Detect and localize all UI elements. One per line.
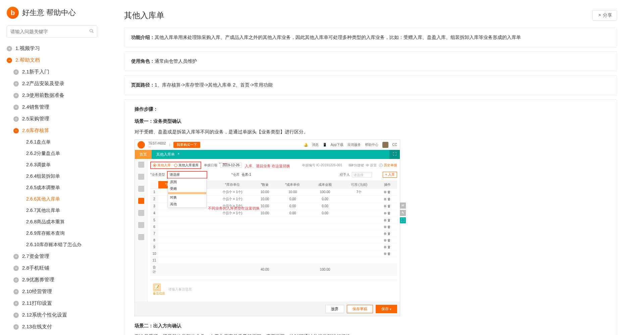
nav-item-2-8[interactable]: 2.8手机旺铺 — [7, 262, 97, 274]
role-text: 通常由仓管人员维护 — [155, 58, 197, 64]
role-box: 使用角色：通常由仓管人员维护 — [124, 51, 617, 71]
table-row: 9⊕ 🗑 — [150, 243, 397, 250]
nav-item-2-6-5[interactable]: 2.6.5成本调整单 — [7, 182, 97, 193]
ss-annotation-2: 不同业务的入库类型在这里切换 — [208, 206, 260, 211]
ss-dropdown: 请选择 原因 受赠 对换 其他 — [167, 171, 207, 179]
table-row: 5⊕ 🗑 — [150, 217, 397, 223]
ss-discard-button: 放弃 — [325, 305, 344, 313]
nav-label: 2.9优惠券管理 — [22, 277, 54, 283]
nav-item-2-11[interactable]: 2.11打印设置 — [7, 297, 97, 309]
nav-item-2-2[interactable]: 2.2产品安装及登录 — [7, 78, 97, 90]
nav-item-2-3[interactable]: 2.3使用前数据准备 — [7, 90, 97, 101]
search-input[interactable] — [7, 25, 97, 38]
table-row: 11 — [150, 257, 397, 264]
nav-label: 2.6.2分量盘点单 — [26, 151, 60, 157]
nav-item-2-7[interactable]: 2.7资金管理 — [7, 250, 97, 262]
plus-icon — [13, 266, 19, 271]
nav-label: 2.6.8商品成本重算 — [26, 219, 65, 225]
nav-item-2-1[interactable]: 2.1新手入门 — [7, 66, 97, 78]
nav-item-2-6-8[interactable]: 2.6.8商品成本重算 — [7, 216, 97, 228]
table-row: 4个(1个 = 1个)10.000.000.00⊕ 🗑 — [150, 210, 397, 217]
plus-icon — [13, 116, 19, 122]
ss-tool-icon: ⛶ — [400, 217, 406, 223]
ss-radio-in: 其他入库 — [153, 163, 171, 168]
nav-label: 1.视频学习 — [15, 45, 40, 52]
logo-icon: b — [7, 7, 19, 19]
th-amount: 成本金额 — [310, 181, 341, 188]
nav-label: 2.4销售管理 — [22, 104, 49, 110]
intro-text: 其他入库单用来处理除采购入库、产成品入库之外的其他入库业务，因此其他入库单可处理… — [155, 35, 521, 40]
nav-item-2-4[interactable]: 2.4销售管理 — [7, 101, 97, 113]
nav-label: 2.7资金管理 — [22, 253, 49, 260]
th-price: *成本单价 — [276, 181, 310, 188]
ss-content: 其他入库 其他入库退库 ←— 单据日期 2019-12-26 入库、退回业务 在… — [148, 159, 400, 302]
nav-item-video[interactable]: 1.视频学习 — [7, 43, 97, 54]
ss-leftbar — [135, 159, 148, 302]
ss-company: TEST-H002 — — [148, 142, 166, 148]
nav-item-2-6-10[interactable]: 2.6.10库存账本错了怎么办 — [7, 239, 97, 250]
nav-item-2-6-1[interactable]: 2.6.1盘点单 — [7, 136, 97, 148]
ss-annotation-1: 入库、退回业务 在这里切换 — [245, 164, 290, 169]
th-avail: 可用 (当前) — [340, 181, 377, 188]
red-arrow-icon: ←— — [218, 160, 227, 166]
table-total-row: 合计40.00100.00 — [150, 264, 397, 275]
nav-item-2-14[interactable]: 2.14常见问题 — [7, 333, 97, 335]
ss-avatar-icon — [382, 142, 388, 148]
nav-item-2-9[interactable]: 2.9优惠券管理 — [7, 274, 97, 286]
ss-tab-doc: 其他入库单× — [152, 150, 181, 159]
intro-box: 功能介绍：其他入库单用来处理除采购入库、产成品入库之外的其他入库业务，因此其他入… — [124, 27, 617, 47]
table-row: 10⊕ 🗑 — [150, 250, 397, 257]
ss-left-icon — [138, 210, 144, 216]
steps-header: 操作步骤： — [135, 106, 607, 112]
nav-item-2-6-7[interactable]: 2.6.7其他出库单 — [7, 205, 97, 216]
title-row: 其他入库单 分享 — [124, 10, 617, 21]
nav-item-2-10[interactable]: 2.10经营管理 — [7, 286, 97, 297]
nav-item-2-6-4[interactable]: 2.6.4组装拆卸单 — [7, 171, 97, 182]
scene2-title: 场景二：出入方向确认 — [135, 323, 607, 329]
ss-tab-close-icon: × — [177, 152, 179, 156]
intro-label: 功能介绍： — [131, 35, 155, 40]
nav-item-2-6[interactable]: 2.6库存核算 — [7, 125, 97, 136]
search-wrapper — [7, 25, 97, 38]
embedded-screenshot: TEST-H002 — | 我要购买一下 🔔消息 📱App下载 应用服务 帮助中… — [135, 139, 400, 316]
nav-label: 2.5采购管理 — [22, 116, 49, 122]
ss-person-label: 经手人 — [340, 172, 350, 177]
ss-filter-row: *业务类型 请选择 原因 受赠 对换 其他 — [150, 171, 397, 179]
nav-item-2-6-3[interactable]: 2.6.3调拨单 — [7, 159, 97, 171]
share-button[interactable]: 分享 — [592, 10, 617, 21]
share-label: 分享 — [603, 12, 612, 18]
ss-app-icon: 📱 — [323, 143, 327, 147]
ss-draft-button: 保存草稿 — [347, 305, 373, 313]
logo-text: 好生意 帮助中心 — [22, 8, 76, 18]
nav-item-2-5[interactable]: 2.5采购管理 — [7, 113, 97, 125]
ss-company-name: TEST-H002 — [148, 142, 166, 145]
nav-item-2-6-6[interactable]: 2.6.6其他入库单 — [7, 193, 97, 205]
ss-app: App下载 — [331, 143, 343, 147]
ss-company-sub: — — [148, 145, 166, 148]
ss-left-icon — [138, 186, 144, 192]
main-content: 其他入库单 分享 功能介绍：其他入库单用来处理除采购入库、产成品入库之外的其他入… — [104, 0, 637, 335]
ss-right-tools: ✉ ✎ ⛶ — [400, 203, 406, 223]
ss-left-icon — [138, 222, 144, 228]
nav-item-2-13[interactable]: 2.13在线支付 — [7, 321, 97, 333]
share-icon — [597, 13, 601, 17]
nav-label: 2.6.5成本调整单 — [26, 185, 60, 191]
ss-msg-icon: 🔔 — [304, 143, 308, 147]
plus-icon — [13, 289, 19, 294]
nav-label: 2.11打印设置 — [22, 300, 52, 306]
svg-point-0 — [90, 29, 93, 32]
search-icon[interactable] — [89, 29, 94, 35]
ss-dropdown-list: 原因 受赠 对换 其他 — [168, 178, 207, 208]
nav-label: 2.6.6其他入库单 — [26, 196, 60, 202]
nav-item-helpdoc[interactable]: 2.帮助文档 — [7, 54, 97, 66]
nav-item-2-6-9[interactable]: 2.6.9库存账本查询 — [7, 228, 97, 239]
nav-item-2-6-2[interactable]: 2.6.2分量盘点单 — [7, 148, 97, 159]
plus-icon — [13, 301, 19, 306]
nav-label: 2.6.4组装拆卸单 — [26, 173, 60, 179]
plus-icon — [7, 46, 12, 51]
ss-left-icon — [138, 162, 144, 168]
nav-item-2-12[interactable]: 2.12系统个性化设置 — [7, 309, 97, 321]
ss-tab-doc-label: 其他入库单 — [156, 152, 175, 156]
ss-toolbar-right: ⌨ 快捷键 ⚙ 设置 🕘 历史单据 — [348, 163, 397, 168]
ss-dd-opt: 原因 — [168, 179, 206, 185]
